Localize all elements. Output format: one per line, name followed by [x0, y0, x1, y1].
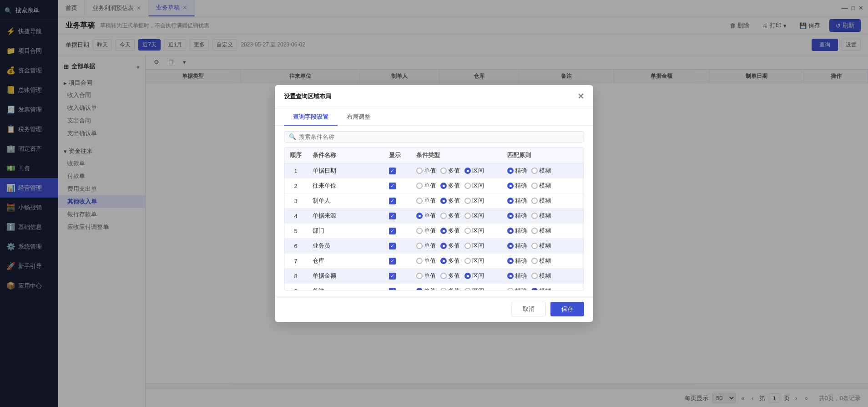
display-checkbox[interactable]: ✓ [389, 273, 396, 280]
type-radio-区间[interactable]: 区间 [464, 197, 484, 205]
display-checkbox[interactable]: ✓ [389, 183, 396, 189]
modal-search-bar: 🔍 [284, 131, 584, 142]
match-radio-精确[interactable]: 精确 [507, 182, 527, 190]
table-row: 2往来单位✓单值多值区间精确模糊 [284, 178, 584, 193]
type-radio-区间[interactable]: 区间 [464, 257, 484, 265]
type-radio-多值[interactable]: 多值 [440, 167, 460, 175]
type-radio-区间[interactable]: 区间 [464, 287, 484, 290]
cell-display[interactable]: ✓ [384, 269, 411, 284]
cell-display[interactable]: ✓ [384, 193, 411, 209]
match-radio-模糊[interactable]: 模糊 [531, 242, 551, 250]
match-radio-精确[interactable]: 精确 [507, 272, 527, 280]
cell-order: 5 [284, 224, 307, 239]
match-radio-精确[interactable]: 精确 [507, 242, 527, 250]
type-radio-多值[interactable]: 多值 [440, 287, 460, 290]
type-radio-区间[interactable]: 区间 [464, 272, 484, 280]
cell-display[interactable]: ✓ [384, 224, 411, 239]
type-radio-单值[interactable]: 单值 [416, 287, 436, 290]
type-radio-单值[interactable]: 单值 [416, 212, 436, 220]
match-radio-精确[interactable]: 精确 [507, 197, 527, 205]
modal-search-input[interactable] [299, 133, 579, 140]
cell-display[interactable]: ✓ [384, 284, 411, 291]
radio-circle [507, 183, 514, 189]
type-radio-多值[interactable]: 多值 [440, 182, 460, 190]
cell-display[interactable]: ✓ [384, 209, 411, 224]
radio-circle [416, 198, 423, 204]
th-name: 条件名称 [307, 148, 384, 163]
modal-overlay: 设置查询区域布局 ✕ 查询字段设置 布局调整 🔍 顺序 条件名称 [0, 0, 868, 407]
type-radio-多值[interactable]: 多值 [440, 197, 460, 205]
type-radio-多值[interactable]: 多值 [440, 227, 460, 235]
type-radio-单值[interactable]: 单值 [416, 182, 436, 190]
match-radio-精确[interactable]: 精确 [507, 227, 527, 235]
modal-close-button[interactable]: ✕ [577, 92, 584, 102]
type-radio-多值[interactable]: 多值 [440, 272, 460, 280]
type-radio-区间[interactable]: 区间 [464, 212, 484, 220]
cell-display[interactable]: ✓ [384, 239, 411, 254]
radio-circle [440, 273, 447, 279]
type-radio-单值[interactable]: 单值 [416, 167, 436, 175]
modal-table: 顺序 条件名称 显示 条件类型 匹配原则 1单据日期✓单值多值区间精确模糊2往来… [284, 148, 584, 290]
radio-circle [531, 228, 538, 234]
radio-circle [531, 183, 538, 189]
table-row: 5部门✓单值多值区间精确模糊 [284, 224, 584, 239]
match-radio-模糊[interactable]: 模糊 [531, 257, 551, 265]
cell-type: 单值多值区间 [411, 193, 502, 209]
radio-circle [531, 243, 538, 249]
type-radio-多值[interactable]: 多值 [440, 212, 460, 220]
match-radio-模糊[interactable]: 模糊 [531, 287, 551, 290]
type-radio-区间[interactable]: 区间 [464, 242, 484, 250]
modal-cancel-button[interactable]: 取消 [511, 302, 546, 316]
th-order: 顺序 [284, 148, 307, 163]
radio-circle [464, 168, 471, 174]
type-radio-单值[interactable]: 单值 [416, 257, 436, 265]
type-radio-区间[interactable]: 区间 [464, 227, 484, 235]
match-radio-模糊[interactable]: 模糊 [531, 272, 551, 280]
cell-match: 精确模糊 [502, 193, 584, 209]
match-radio-模糊[interactable]: 模糊 [531, 227, 551, 235]
cell-display[interactable]: ✓ [384, 178, 411, 193]
match-radio-精确[interactable]: 精确 [507, 257, 527, 265]
match-radio-模糊[interactable]: 模糊 [531, 212, 551, 220]
cell-name: 单据来源 [307, 209, 384, 224]
radio-circle [464, 243, 471, 249]
radio-circle [507, 258, 514, 264]
type-radio-区间[interactable]: 区间 [464, 167, 484, 175]
match-radio-模糊[interactable]: 模糊 [531, 182, 551, 190]
type-radio-多值[interactable]: 多值 [440, 257, 460, 265]
display-checkbox[interactable]: ✓ [389, 198, 396, 204]
table-row: 8单据金额✓单值多值区间精确模糊 [284, 269, 584, 284]
cell-order: 4 [284, 209, 307, 224]
cell-display[interactable]: ✓ [384, 254, 411, 269]
cell-display[interactable]: ✓ [384, 163, 411, 178]
display-checkbox[interactable]: ✓ [389, 168, 396, 174]
modal-tab-fields[interactable]: 查询字段设置 [284, 108, 338, 126]
table-row: 4单据来源✓单值多值区间精确模糊 [284, 209, 584, 224]
display-checkbox[interactable]: ✓ [389, 243, 396, 249]
type-radio-单值[interactable]: 单值 [416, 242, 436, 250]
display-checkbox[interactable]: ✓ [389, 213, 396, 219]
match-radio-精确[interactable]: 精确 [507, 212, 527, 220]
display-checkbox[interactable]: ✓ [389, 288, 396, 291]
radio-circle [464, 213, 471, 219]
type-radio-多值[interactable]: 多值 [440, 242, 460, 250]
modal-save-button[interactable]: 保存 [550, 302, 584, 316]
type-radio-单值[interactable]: 单值 [416, 272, 436, 280]
cell-name: 单据金额 [307, 269, 384, 284]
radio-circle [507, 228, 514, 234]
match-radio-模糊[interactable]: 模糊 [531, 167, 551, 175]
display-checkbox[interactable]: ✓ [389, 258, 396, 265]
type-radio-单值[interactable]: 单值 [416, 197, 436, 205]
type-radio-单值[interactable]: 单值 [416, 227, 436, 235]
radio-circle [531, 273, 538, 279]
type-radio-区间[interactable]: 区间 [464, 182, 484, 190]
modal-tab-layout[interactable]: 布局调整 [338, 108, 379, 126]
display-checkbox[interactable]: ✓ [389, 228, 396, 234]
radio-circle [440, 198, 447, 204]
match-radio-精确[interactable]: 精确 [507, 287, 527, 290]
modal-search-icon: 🔍 [289, 133, 296, 140]
match-radio-模糊[interactable]: 模糊 [531, 197, 551, 205]
cell-order: 8 [284, 269, 307, 284]
match-radio-精确[interactable]: 精确 [507, 167, 527, 175]
cell-type: 单值多值区间 [411, 224, 502, 239]
